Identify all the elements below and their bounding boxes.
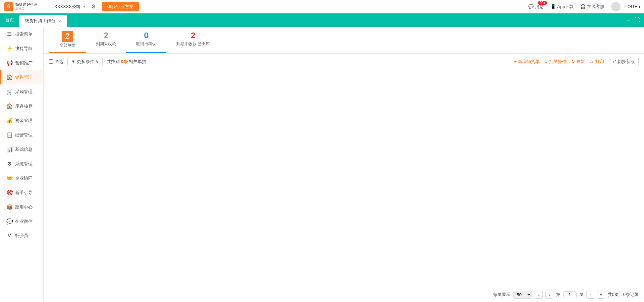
pagination: 每页显示 20 50 100 « ‹ 第 页 › » 共0页，0条记录 (44, 287, 644, 302)
print-label: 打印 (595, 59, 604, 65)
inventory-icon: 🏠 (6, 103, 12, 109)
sidebar-item-marketing[interactable]: 📢 营销推广 (0, 56, 43, 70)
filter-icon: ▼ (71, 59, 75, 64)
sidebar-item-enterprise[interactable]: 🤝 企业协同 (0, 171, 43, 185)
page-size-select[interactable]: 20 50 100 (513, 291, 532, 299)
sidebar-item-label: 企业协同 (15, 175, 33, 181)
page-suffix-label: 页 (579, 292, 584, 298)
search-menu-icon: ☰ (6, 31, 12, 37)
tab-bar: 首页 钱货日清工作台 ✕ － ⛶ (0, 13, 644, 27)
sidebar-item-operations[interactable]: 📋 经营管理 (0, 128, 43, 142)
filter-label: 更多条件 (77, 59, 94, 65)
stat-tab-shipped[interactable]: 2 到期未收款 已出库 (166, 27, 220, 53)
switch-version-button[interactable]: ⇄ 切换新版 (609, 57, 639, 66)
sidebar-item-label: 新手引导 (15, 190, 33, 196)
total-text: 共0页，0条记录 (608, 292, 639, 298)
sales-icon: 🏠 (6, 74, 12, 80)
sidebar-item-basic-info[interactable]: 📊 基础信息 (0, 142, 43, 157)
add-sales-order-button[interactable]: + 新增销货单 (514, 59, 540, 65)
operations-icon: 📋 (6, 132, 12, 138)
app-download-button[interactable]: 📱 App下载 (550, 4, 574, 10)
sidebar-item-label: 快捷导航 (15, 46, 33, 52)
last-page-button[interactable]: » (597, 291, 605, 299)
select-all-label: 全选 (55, 59, 63, 65)
stat-tab-pending[interactable]: 0 旺辅待确认 (126, 27, 166, 53)
quick-nav-icon: ⚡ (6, 45, 12, 52)
tab-home-label: 首页 (5, 17, 14, 23)
sidebar-item-quick-nav[interactable]: ⚡ 快捷导航 (0, 41, 43, 56)
sidebar-item-system[interactable]: ⚙ 系统管理 (0, 157, 43, 171)
sidebar-item-search-menu[interactable]: ☰ 搜索菜单 (0, 27, 43, 41)
tab-workbench-label: 钱货日清工作台 (25, 18, 55, 24)
funds-icon: 💰 (6, 117, 12, 124)
stat-number-all: 2 (62, 31, 73, 42)
sidebar-item-label: 库存核算 (15, 103, 33, 109)
batch-icon: ⠿ (544, 59, 548, 64)
member-icon: V (6, 233, 12, 239)
prev-page-button[interactable]: ‹ (545, 291, 553, 299)
stat-label-pending: 旺辅待确认 (136, 41, 156, 47)
tab-close-icon[interactable]: ✕ (59, 19, 62, 23)
message-icon: 💬 (528, 4, 534, 9)
select-all-checkbox[interactable] (49, 59, 53, 64)
first-page-button[interactable]: « (535, 291, 543, 299)
batch-operation-button[interactable]: ⠿ 批量操作 (544, 59, 567, 65)
trial-button[interactable]: 体验行业方案 (102, 2, 139, 11)
stat-tab-overdue[interactable]: 2 到期未收款 (86, 27, 126, 53)
marketing-icon: 📢 (6, 60, 12, 66)
filter-button[interactable]: ▼ 更多条件 ∨ (67, 57, 103, 66)
refresh-label: 刷新 (576, 59, 585, 65)
found-suffix: 相关单据 (129, 59, 146, 64)
settings-button[interactable]: ⚙ (89, 2, 98, 11)
company-selector[interactable]: XXXXXX公司 ▼ (54, 4, 86, 10)
basic-info-icon: 📊 (6, 146, 12, 153)
sidebar-item-label: 基础信息 (15, 146, 33, 153)
table-area (44, 70, 644, 287)
sidebar-item-label: 应用中心 (15, 204, 33, 210)
sidebar-item-inventory[interactable]: 🏠 库存核算 (0, 99, 43, 113)
stat-number-overdue: 2 (104, 31, 108, 41)
sidebar-item-member[interactable]: V 畅会员 (0, 229, 43, 243)
top-header: 6 畅捷通好生意 标准版 XXXXXX公司 ▼ ⚙ 体验行业方案 💬 消息 99… (0, 0, 644, 13)
avatar[interactable] (611, 2, 621, 11)
online-service-button[interactable]: 🎧 在线客服 (580, 4, 604, 10)
header-right: 💬 消息 99+ 📱 App下载 🎧 在线客服 OfTEn (528, 2, 640, 11)
wechat-icon: 💬 (6, 218, 12, 225)
stat-tab-all[interactable]: 2 全部单据 (49, 27, 86, 53)
stat-label-shipped: 到期未收款 已出库 (176, 41, 210, 47)
message-button[interactable]: 💬 消息 99+ (528, 4, 544, 10)
select-all-area[interactable]: 全选 (49, 59, 63, 65)
found-text: 共找到 0条 相关单据 (107, 59, 146, 65)
print-button[interactable]: 🖨 打印 (590, 59, 604, 65)
page-label: 第 (556, 292, 560, 298)
toolbar-right: + 新增销货单 ⠿ 批量操作 ↻ 刷新 🖨 打印 ⇄ 切换新版 (514, 57, 639, 66)
tab-home[interactable]: 首页 (0, 13, 19, 27)
tab-maximize-icon[interactable]: ⛶ (635, 17, 640, 23)
sidebar-item-label: 营销推广 (15, 60, 33, 66)
message-badge: 99+ (538, 1, 547, 5)
batch-label: 批量操作 (549, 59, 567, 65)
stat-number-shipped: 2 (191, 31, 195, 41)
tab-workbench[interactable]: 钱货日清工作台 ✕ (19, 15, 67, 27)
sidebar-item-app-center[interactable]: 📦 应用中心 (0, 200, 43, 214)
sidebar-item-guide[interactable]: 🎯 新手引导 (0, 185, 43, 200)
refresh-button[interactable]: ↻ 刷新 (571, 59, 585, 65)
guide-icon: 🎯 (6, 189, 12, 196)
download-icon: 📱 (550, 4, 556, 9)
tab-minimize-icon[interactable]: － (626, 17, 631, 24)
sidebar-item-label: 搜索菜单 (15, 31, 33, 37)
sidebar-item-sales[interactable]: 🏠 销售管理 (0, 70, 43, 84)
found-prefix: 共找到 (107, 59, 120, 64)
switch-icon: ⇄ (612, 59, 616, 64)
sidebar-item-funds[interactable]: 💰 资金管理 (0, 113, 43, 128)
system-icon: ⚙ (6, 161, 12, 167)
refresh-icon: ↻ (571, 59, 575, 64)
page-number-input[interactable] (563, 291, 577, 298)
filter-chevron-icon: ∨ (96, 59, 99, 64)
sidebar-item-label: 畅会员 (15, 233, 28, 239)
sidebar-item-purchase[interactable]: 🛒 采购管理 (0, 84, 43, 99)
sidebar-item-wechat[interactable]: 💬 企业微信 (0, 214, 43, 229)
next-page-button[interactable]: › (586, 291, 594, 299)
logo-area: 6 畅捷通好生意 标准版 (4, 2, 48, 11)
online-service-label: 在线客服 (587, 4, 604, 10)
